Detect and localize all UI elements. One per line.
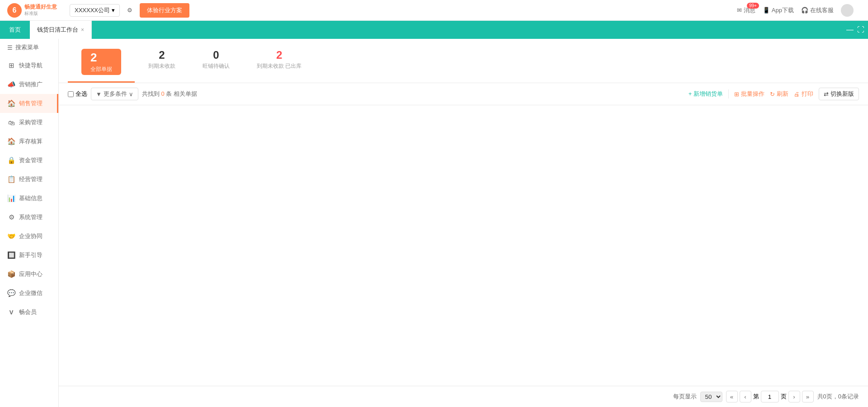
- sidebar-item-marketing[interactable]: 📣 营销推广: [0, 75, 58, 94]
- stat-label-overdue: 到期未收款: [148, 62, 175, 70]
- chevron-down-icon: ▾: [112, 7, 115, 14]
- main-layout: ☰ 搜索菜单 ⊞ 快捷导航 📣 营销推广 🏠 销售管理 🛍 采购管理 🏠 库存核…: [0, 39, 868, 407]
- app-download-button[interactable]: 📱 App下载: [763, 6, 794, 14]
- found-num: 0: [161, 90, 165, 97]
- page-number-input[interactable]: [761, 391, 779, 402]
- sidebar-label-member: 畅会员: [19, 308, 37, 316]
- top-bar-left: 6 畅捷通好生意 标准版 XXXXXX公司 ▾ ⚙ 体验行业方案: [7, 3, 189, 18]
- top-bar: 6 畅捷通好生意 标准版 XXXXXX公司 ▾ ⚙ 体验行业方案 ✉ 消息 99…: [0, 0, 868, 21]
- phone-icon: 📱: [763, 7, 770, 14]
- page-label: 第: [753, 393, 759, 401]
- filter-button[interactable]: ▼ 更多条件 ∨: [91, 88, 138, 100]
- tab-bar: 首页 钱货日清工作台 × — ⛶: [0, 21, 868, 39]
- refresh-button[interactable]: ↻ 刷新: [770, 90, 788, 98]
- sidebar-item-inventory[interactable]: 🏠 库存核算: [0, 132, 58, 151]
- add-sales-button[interactable]: + 新增销货单: [689, 90, 723, 98]
- table-icon: 📊: [7, 194, 15, 202]
- stat-num-wangpu: 0: [213, 49, 219, 61]
- sidebar-item-member[interactable]: V 畅会员: [0, 303, 58, 322]
- sidebar-item-app-center[interactable]: 📦 应用中心: [0, 265, 58, 284]
- stat-card-overdue[interactable]: 2 到期未收款: [135, 44, 189, 83]
- tab-close-icon[interactable]: ×: [81, 27, 84, 33]
- sidebar-item-wechat[interactable]: 💬 企业微信: [0, 284, 58, 303]
- sidebar-label-cooperation: 企业协同: [19, 232, 42, 240]
- print-icon: 🖨: [794, 91, 800, 98]
- sidebar-item-cooperation[interactable]: 🤝 企业协同: [0, 227, 58, 246]
- guide-icon: 🔲: [7, 251, 15, 259]
- search-menu-item[interactable]: ☰ 搜索菜单: [0, 39, 58, 56]
- sidebar-label-app-center: 应用中心: [19, 270, 42, 278]
- tab-minimize-button[interactable]: —: [846, 26, 854, 34]
- sidebar-label-marketing: 营销推广: [19, 80, 42, 89]
- tab-home[interactable]: 首页: [0, 21, 30, 39]
- tab-workbench[interactable]: 钱货日清工作台 ×: [30, 21, 92, 39]
- stat-card-shipped[interactable]: 2 到期未收款 已出库: [243, 44, 315, 83]
- sidebar-label-purchase: 采购管理: [19, 118, 42, 126]
- filter-label: 更多条件: [104, 90, 127, 98]
- stat-orange-card: 2 全部单据: [81, 49, 121, 75]
- sidebar: ☰ 搜索菜单 ⊞ 快捷导航 📣 营销推广 🏠 销售管理 🛍 采购管理 🏠 库存核…: [0, 39, 59, 407]
- company-selector[interactable]: XXXXXX公司 ▾: [70, 4, 120, 17]
- sidebar-item-quick-nav[interactable]: ⊞ 快捷导航: [0, 56, 58, 75]
- sidebar-item-purchase[interactable]: 🛍 采购管理: [0, 113, 58, 132]
- stat-label-all: 全部单据: [90, 65, 112, 73]
- stat-num-overdue: 2: [159, 49, 165, 61]
- sidebar-item-operations[interactable]: 📋 经营管理: [0, 170, 58, 189]
- print-label: 打印: [802, 90, 813, 98]
- message-button[interactable]: ✉ 消息 99+: [737, 6, 755, 14]
- online-service-button[interactable]: 🎧 在线客服: [801, 6, 834, 14]
- shop-icon: 🏠: [7, 99, 15, 108]
- page-size-select[interactable]: 50: [700, 392, 722, 402]
- search-icon: ☰: [7, 44, 13, 51]
- last-page-button[interactable]: »: [802, 391, 814, 402]
- bag-icon: 🛍: [7, 118, 15, 126]
- lock-icon: 🔒: [7, 156, 15, 164]
- stats-row: 2 全部单据 2 到期未收款 0 旺铺待确认 2 到期未收款 已出库: [59, 39, 868, 83]
- pagination-bar: 每页显示 50 « ‹ 第 页 › » 共0页，0条记录: [59, 386, 868, 407]
- warehouse-icon: 🏠: [7, 137, 15, 145]
- toolbar-right: + 新增销货单 ⊞ 批量操作 ↻ 刷新 🖨 打印 ⇄ 切换新版: [689, 88, 859, 100]
- switch-icon: ⇄: [824, 91, 829, 98]
- app-logo-icon: 6: [7, 3, 22, 18]
- batch-icon: ⊞: [734, 91, 739, 98]
- message-badge: 99+: [747, 3, 759, 9]
- logo-text-block: 畅捷通好生意 标准版: [24, 4, 57, 16]
- sidebar-label-quick-nav: 快捷导航: [19, 61, 42, 70]
- filter-icon: ▼: [96, 91, 102, 98]
- trial-button[interactable]: 体验行业方案: [140, 3, 189, 18]
- top-bar-right: ✉ 消息 99+ 📱 App下载 🎧 在线客服: [737, 4, 861, 17]
- sidebar-item-basic-info[interactable]: 📊 基础信息: [0, 189, 58, 208]
- switch-label: 切换新版: [830, 90, 854, 98]
- grid-icon: ⊞: [7, 61, 15, 70]
- sidebar-item-finance[interactable]: 🔒 资金管理: [0, 151, 58, 170]
- app-download-label: App下载: [772, 6, 794, 14]
- sidebar-label-basic-info: 基础信息: [19, 194, 42, 202]
- user-avatar[interactable]: [841, 4, 854, 17]
- select-all-checkbox[interactable]: [68, 91, 74, 97]
- batch-ops-button[interactable]: ⊞ 批量操作: [734, 90, 764, 98]
- refresh-label: 刷新: [777, 90, 788, 98]
- company-name: XXXXXX公司: [75, 6, 110, 14]
- stat-card-all[interactable]: 2 全部单据: [68, 44, 135, 83]
- print-button[interactable]: 🖨 打印: [794, 90, 813, 98]
- tab-maximize-button[interactable]: ⛶: [857, 26, 864, 34]
- filter-chevron-icon: ∨: [129, 91, 133, 98]
- sidebar-item-sales[interactable]: 🏠 销售管理: [0, 94, 58, 113]
- sidebar-label-system: 系统管理: [19, 213, 42, 221]
- next-page-button[interactable]: ›: [788, 391, 800, 402]
- prev-page-button[interactable]: ‹: [740, 391, 751, 402]
- settings-icon[interactable]: ⚙: [123, 4, 136, 17]
- sidebar-label-guide: 新手引导: [19, 251, 42, 259]
- message-icon: ✉: [737, 7, 742, 14]
- total-info: 共0页，0条记录: [817, 393, 859, 401]
- refresh-icon: ↻: [770, 91, 775, 98]
- switch-version-button[interactable]: ⇄ 切换新版: [819, 88, 859, 100]
- first-page-button[interactable]: «: [726, 391, 738, 402]
- content-area: 2 全部单据 2 到期未收款 0 旺铺待确认 2 到期未收款 已出库: [59, 39, 868, 407]
- page-suffix: 页: [781, 393, 787, 401]
- sidebar-item-guide[interactable]: 🔲 新手引导: [0, 246, 58, 265]
- sidebar-item-system[interactable]: ⚙ 系统管理: [0, 208, 58, 227]
- found-unit: 条: [166, 90, 172, 97]
- stat-card-wangpu[interactable]: 0 旺铺待确认: [189, 44, 243, 83]
- sidebar-label-sales: 销售管理: [19, 99, 42, 108]
